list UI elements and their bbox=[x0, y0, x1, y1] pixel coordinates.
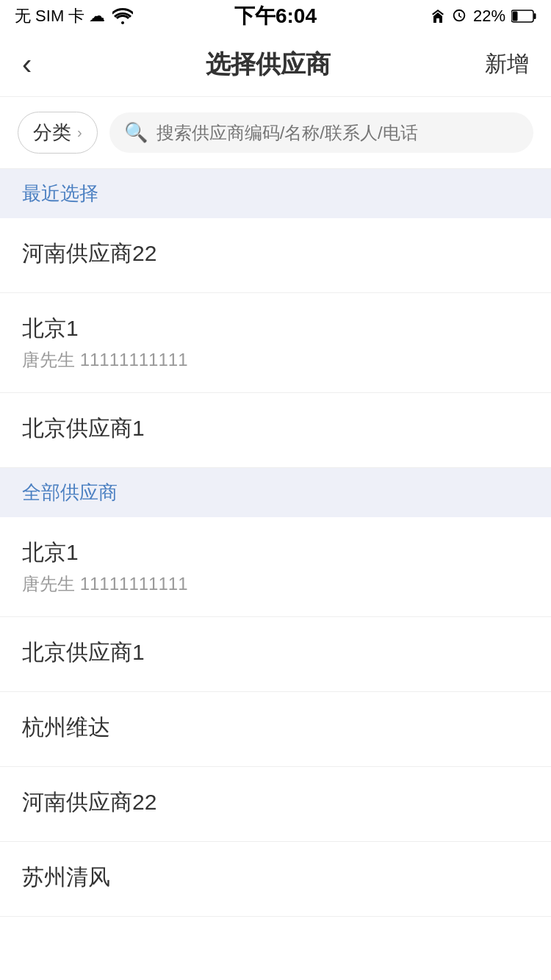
status-time: 下午6:04 bbox=[234, 2, 317, 30]
add-button[interactable]: 新增 bbox=[470, 49, 529, 79]
svg-rect-1 bbox=[534, 13, 536, 19]
search-box[interactable]: 🔍 bbox=[109, 112, 533, 153]
item-name: 北京1 bbox=[22, 314, 529, 344]
battery-icon bbox=[511, 10, 536, 23]
item-name: 北京1 bbox=[22, 538, 529, 568]
nav-bar: ‹ 选择供应商 新增 bbox=[0, 32, 551, 97]
search-icon: 🔍 bbox=[124, 121, 148, 144]
list-item[interactable]: 河南供应商22 bbox=[0, 218, 551, 293]
svg-rect-2 bbox=[513, 12, 518, 21]
category-filter[interactable]: 分类 › bbox=[18, 112, 98, 154]
chevron-right-icon: › bbox=[77, 124, 82, 141]
list-item[interactable]: 河南供应商22 bbox=[0, 767, 551, 842]
item-detail: 唐先生 11111111111 bbox=[22, 572, 529, 596]
list-item[interactable]: 北京1唐先生 11111111111 bbox=[0, 293, 551, 393]
page-title: 选择供应商 bbox=[206, 48, 331, 82]
recent-section-label: 最近选择 bbox=[22, 182, 98, 204]
all-list: 北京1唐先生 11111111111北京供应商1杭州维达河南供应商22苏州清风 bbox=[0, 517, 551, 917]
item-name: 河南供应商22 bbox=[22, 788, 529, 818]
list-item[interactable]: 北京1唐先生 11111111111 bbox=[0, 517, 551, 617]
status-right: 22% bbox=[431, 7, 536, 26]
search-input[interactable] bbox=[156, 123, 519, 143]
item-name: 河南供应商22 bbox=[22, 239, 529, 269]
recent-list: 河南供应商22北京1唐先生 11111111111北京供应商1 bbox=[0, 218, 551, 468]
all-section-header: 全部供应商 bbox=[0, 468, 551, 517]
filter-bar: 分类 › 🔍 bbox=[0, 97, 551, 169]
location-icon bbox=[431, 8, 445, 24]
alarm-icon bbox=[451, 8, 467, 24]
item-detail: 唐先生 11111111111 bbox=[22, 348, 529, 372]
all-section-label: 全部供应商 bbox=[22, 481, 118, 503]
list-item[interactable]: 北京供应商1 bbox=[0, 617, 551, 692]
wifi-icon bbox=[112, 8, 133, 24]
back-button[interactable]: ‹ bbox=[22, 48, 66, 81]
list-item[interactable]: 北京供应商1 bbox=[0, 393, 551, 468]
recent-section-header: 最近选择 bbox=[0, 169, 551, 218]
no-sim-text: 无 SIM 卡 ☁ bbox=[15, 5, 105, 27]
item-name: 北京供应商1 bbox=[22, 638, 529, 668]
list-item[interactable]: 苏州清风 bbox=[0, 842, 551, 917]
list-item[interactable]: 杭州维达 bbox=[0, 692, 551, 767]
status-left: 无 SIM 卡 ☁ bbox=[15, 5, 133, 27]
item-name: 杭州维达 bbox=[22, 713, 529, 743]
item-name: 苏州清风 bbox=[22, 862, 529, 893]
status-bar: 无 SIM 卡 ☁ 下午6:04 22% bbox=[0, 0, 551, 32]
category-label: 分类 bbox=[33, 120, 71, 145]
battery-text: 22% bbox=[473, 7, 505, 26]
item-name: 北京供应商1 bbox=[22, 414, 529, 444]
